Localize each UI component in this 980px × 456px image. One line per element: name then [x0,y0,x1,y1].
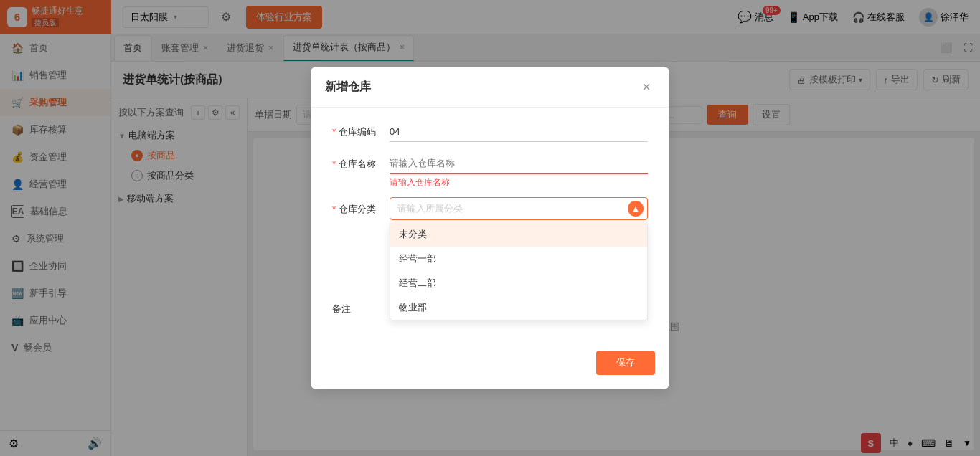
save-button[interactable]: 保存 [596,351,655,375]
dialog-title: 新增仓库 [325,80,371,95]
dialog-close-button[interactable]: × [638,78,655,95]
warehouse-category-label: 仓库分类 [339,204,376,214]
category-dropdown-list: 未分类 经营一部 经营二部 物业部 [390,222,648,320]
warehouse-code-label: 仓库编码 [339,126,376,137]
category-dropdown-input[interactable]: 请输入所属分类 [390,197,648,220]
category-option-uncategorized[interactable]: 未分类 [390,222,647,247]
new-warehouse-dialog: 新增仓库 × * 仓库编码 * 仓库名称 [311,67,669,389]
warehouse-name-error: 请输入仓库名称 [390,176,648,189]
warehouse-code-input[interactable] [390,122,648,142]
required-star-1: * [332,126,336,137]
category-option-property[interactable]: 物业部 [390,295,647,320]
category-option-dept1[interactable]: 经营一部 [390,247,647,271]
required-star-3: * [332,204,336,214]
category-dropdown-arrow[interactable]: ▲ [628,201,644,217]
remarks-label: 备注 [332,303,351,314]
modal-overlay: 新增仓库 × * 仓库编码 * 仓库名称 [0,0,980,456]
category-option-dept2[interactable]: 经营二部 [390,271,647,295]
warehouse-name-label: 仓库名称 [339,158,376,169]
warehouse-name-input[interactable] [390,153,648,174]
required-star-2: * [332,158,336,169]
